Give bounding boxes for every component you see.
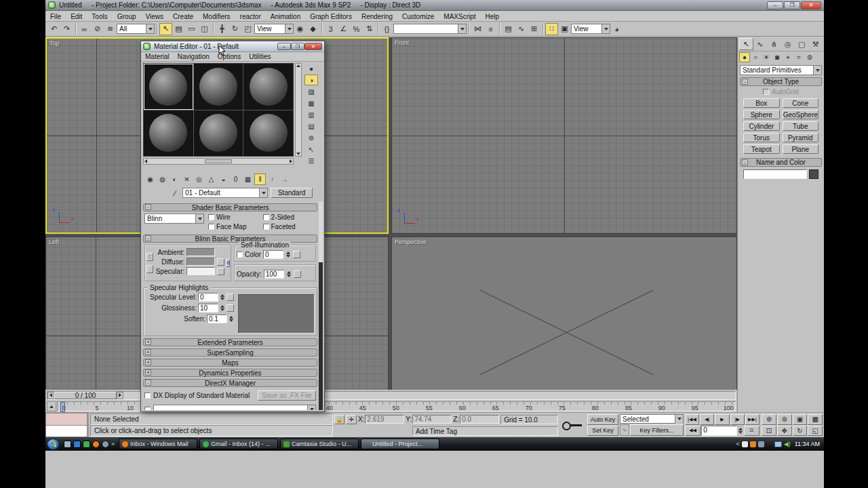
menu-item[interactable]: Views bbox=[141, 12, 169, 22]
material-id-channel-icon[interactable]: 0 bbox=[230, 174, 241, 185]
default-in-out-tangent-icon[interactable]: ∿ bbox=[620, 424, 629, 436]
rectangular-selection-region-icon[interactable]: ▭ bbox=[185, 23, 198, 35]
pick-material-from-object-icon[interactable]: ∕ bbox=[170, 189, 180, 197]
directx-manager-header[interactable]: - DirectX Manager bbox=[143, 379, 317, 387]
menu-item[interactable]: Graph Editors bbox=[305, 12, 357, 22]
tray-app-gray-icon[interactable] bbox=[766, 441, 772, 447]
assign-material-to-selection-icon[interactable]: ◐ bbox=[169, 174, 180, 185]
material-map-navigator-icon[interactable]: ☰ bbox=[304, 155, 318, 166]
tray-app-orange-icon[interactable] bbox=[758, 441, 764, 447]
browser-icon[interactable] bbox=[102, 441, 109, 448]
object-type-button[interactable]: Sphere bbox=[743, 110, 780, 119]
select-by-name-icon[interactable]: ▤ bbox=[172, 23, 185, 35]
set-key-button[interactable]: Set Key bbox=[587, 426, 618, 436]
volume-icon[interactable]: ◀) bbox=[784, 441, 791, 447]
play-button[interactable]: ▶ bbox=[715, 414, 729, 425]
snap-toggle-icon[interactable]: 3 bbox=[324, 23, 337, 35]
go-to-end-button[interactable]: ▶▶| bbox=[745, 414, 760, 425]
self-illumination-color-checkbox[interactable] bbox=[237, 251, 243, 258]
diffuse-color-swatch[interactable] bbox=[186, 258, 215, 266]
select-and-rotate-icon[interactable]: ↻ bbox=[229, 23, 241, 35]
taskbar-clock[interactable]: 11:34 AM bbox=[795, 441, 820, 447]
restore-button[interactable]: ❐ bbox=[784, 1, 800, 9]
network-icon[interactable] bbox=[774, 441, 782, 447]
clipped-checkbox[interactable] bbox=[144, 407, 151, 411]
collapsed-rollout-header[interactable]: + Maps bbox=[143, 359, 317, 367]
options-icon[interactable]: ⊚ bbox=[304, 132, 318, 143]
sample-slot[interactable] bbox=[144, 64, 193, 110]
menu-item[interactable]: Rendering bbox=[357, 12, 397, 22]
clipped-dropdown[interactable] bbox=[153, 405, 316, 410]
key-mode-toggle-button[interactable]: ◀◀ bbox=[685, 426, 701, 436]
material-editor-window[interactable]: S Material Editor - 01 - Default – ❐ ✕ M… bbox=[140, 41, 325, 412]
align-icon[interactable]: ≡ bbox=[484, 23, 497, 35]
make-material-copy-icon[interactable]: ◎ bbox=[193, 174, 205, 185]
go-forward-to-sibling-icon[interactable]: → bbox=[279, 174, 290, 185]
viewport-left-label[interactable]: Left bbox=[49, 239, 59, 245]
background-icon[interactable]: ▨ bbox=[304, 86, 318, 97]
get-material-icon[interactable]: ◉ bbox=[144, 174, 156, 185]
mini-curve-editor-button[interactable] bbox=[47, 401, 56, 411]
select-object-icon[interactable]: ↖ bbox=[159, 23, 172, 35]
material-editor-titlebar[interactable]: S Material Editor - 01 - Default – ❐ ✕ bbox=[141, 41, 324, 52]
collapse-icon[interactable]: - bbox=[742, 159, 748, 165]
specular-color-swatch[interactable] bbox=[186, 267, 215, 275]
autogrid-checkbox[interactable] bbox=[763, 89, 769, 95]
listener-script-pane[interactable] bbox=[45, 426, 87, 438]
add-time-tag[interactable]: Add Time Tag bbox=[412, 426, 558, 436]
mirror-icon[interactable]: ⋈ bbox=[471, 23, 484, 35]
space-warps-icon[interactable]: ≈ bbox=[793, 52, 804, 62]
shapes-icon[interactable]: ○ bbox=[750, 52, 761, 62]
menu-item[interactable]: Edit bbox=[66, 12, 87, 22]
dropdown-arrow-icon[interactable] bbox=[285, 24, 293, 33]
select-by-material-icon[interactable]: ↖ bbox=[304, 144, 318, 155]
self-illumination-map-button[interactable] bbox=[293, 251, 300, 258]
region-zoom-icon[interactable]: ⊡ bbox=[762, 426, 776, 436]
firefox-icon[interactable] bbox=[92, 441, 100, 448]
object-type-button[interactable]: Teapot bbox=[743, 144, 780, 154]
sample-horizontal-scrollbar[interactable] bbox=[143, 158, 294, 165]
viewport-front[interactable]: Front z x bbox=[391, 37, 737, 234]
sample-slot[interactable] bbox=[194, 64, 243, 110]
menu-item[interactable]: MAXScript bbox=[439, 12, 480, 22]
sample-slot[interactable] bbox=[243, 110, 293, 157]
scrollbar-thumb[interactable] bbox=[205, 159, 232, 163]
opacity-map-button[interactable] bbox=[294, 270, 301, 278]
schematic-view-icon[interactable]: ⊞ bbox=[528, 23, 540, 35]
key-filters-button[interactable]: Key Filters... bbox=[630, 424, 684, 436]
maxscript-mini-listener[interactable] bbox=[45, 413, 89, 437]
object-type-button[interactable]: Cone bbox=[783, 98, 819, 108]
angle-snap-icon[interactable]: ∠ bbox=[337, 23, 350, 35]
collapsed-rollout-header[interactable]: + Dynamics Properties bbox=[143, 369, 317, 377]
menu-item[interactable]: Utilities bbox=[245, 52, 275, 62]
time-back-arrow[interactable] bbox=[47, 392, 54, 399]
put-material-to-scene-icon[interactable]: ◍ bbox=[157, 174, 168, 185]
geometry-icon[interactable]: ● bbox=[739, 52, 750, 62]
viewport-perspective-label[interactable]: Perspective bbox=[395, 239, 427, 245]
specular-level-field[interactable]: 0 bbox=[198, 293, 218, 302]
layer-manager-icon[interactable]: ▤ bbox=[502, 23, 515, 35]
utilities-tab[interactable]: ⚒ bbox=[809, 38, 823, 50]
soften-spinner[interactable] bbox=[229, 316, 234, 322]
object-type-button[interactable]: Box bbox=[743, 98, 780, 108]
time-slider-handle[interactable]: 0 / 100 bbox=[54, 392, 117, 399]
render-type-dropdown[interactable]: View bbox=[571, 24, 610, 34]
reference-coordinate-dropdown[interactable]: View bbox=[254, 24, 294, 34]
task-3dsmax[interactable]: Untitled - Project... bbox=[361, 439, 439, 449]
camtasia-quick-icon[interactable] bbox=[83, 441, 90, 448]
select-and-move-icon[interactable]: ╋ bbox=[216, 23, 229, 35]
name-and-color-rollout-header[interactable]: - Name and Color bbox=[740, 158, 822, 167]
menu-item[interactable]: Tools bbox=[87, 12, 112, 22]
lights-icon[interactable]: ☀ bbox=[761, 52, 772, 62]
object-color-swatch[interactable] bbox=[809, 169, 818, 179]
dropdown-arrow-icon[interactable] bbox=[675, 415, 683, 424]
next-frame-button[interactable]: |▶ bbox=[730, 414, 745, 425]
pan-icon[interactable]: ✥ bbox=[777, 426, 792, 436]
specular-map-button[interactable] bbox=[217, 268, 224, 275]
quick-render-icon[interactable]: ◕ bbox=[610, 23, 623, 35]
systems-icon[interactable]: ⊛ bbox=[804, 52, 815, 62]
named-selection-sets-icon[interactable]: {} bbox=[380, 23, 393, 35]
redo-icon[interactable]: ↷ bbox=[60, 23, 73, 35]
curve-editor-icon[interactable]: ∿ bbox=[515, 23, 528, 35]
soften-field[interactable]: 0.1 bbox=[207, 314, 227, 323]
